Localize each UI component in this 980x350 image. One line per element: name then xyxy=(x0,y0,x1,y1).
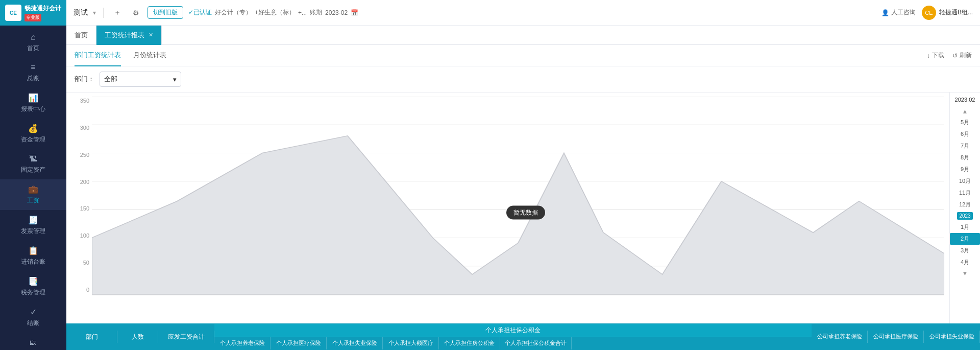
department-value: 全部 xyxy=(104,75,117,84)
col-company-pension: 公司承担养老保险 xyxy=(812,331,868,342)
filter-label: 部门： xyxy=(75,75,94,84)
help-button[interactable]: 👤 人工咨询 xyxy=(881,8,916,17)
sidebar-item-archive[interactable]: 🗂 归档管理 xyxy=(0,333,66,350)
period-label: 账期 xyxy=(310,8,322,17)
sidebar-label-salary: 工资 xyxy=(27,196,39,205)
topbar-divider-1 xyxy=(103,8,104,18)
sub-tab-monthly-label: 月份统计表 xyxy=(133,51,166,60)
refresh-icon: ↺ xyxy=(952,52,958,59)
calendar-icon[interactable]: 📅 xyxy=(351,9,358,16)
username: 轻捷通B组... xyxy=(939,8,973,17)
sub-tab-dept-label: 部门工资统计表 xyxy=(75,51,121,60)
date-month-10[interactable]: 10月 xyxy=(950,175,980,187)
archive-icon: 🗂 xyxy=(29,338,37,347)
date-month-2[interactable]: 2月 xyxy=(950,233,980,245)
year-badge-2023[interactable]: 2023 xyxy=(957,212,972,220)
settlement-icon: ✓ xyxy=(30,307,37,317)
sub-tab-actions: ↓ 下载 ↺ 刷新 xyxy=(927,51,972,60)
date-month-12[interactable]: 12月 xyxy=(950,199,980,211)
sidebar-item-salary[interactable]: 💼 工资 xyxy=(0,179,66,210)
tax-icon: 📑 xyxy=(28,276,38,286)
date-nav-down[interactable]: ▼ xyxy=(959,268,971,278)
col-group-insurance: 个人承担社保公积金 个人承担养老保险 个人承担医疗保险 个人承担失业保险 个人承… xyxy=(214,324,812,349)
tag-certified: ✓已认证 xyxy=(188,8,212,17)
tab-home-label: 首页 xyxy=(75,31,88,40)
download-icon: ↓ xyxy=(927,52,930,59)
date-month-4[interactable]: 4月 xyxy=(950,256,980,268)
settings-button[interactable]: ⚙ xyxy=(129,6,142,19)
sub-tab-monthly[interactable]: 月份统计表 xyxy=(133,45,166,66)
date-month-9[interactable]: 9月 xyxy=(950,164,980,175)
content-area: 部门工资统计表 月份统计表 ↓ 下载 ↺ 刷新 部门： 全部 ▾ xyxy=(66,45,980,350)
tab-home[interactable]: 首页 xyxy=(66,26,96,45)
topbar-right: 👤 人工咨询 CE 轻捷通B组... xyxy=(881,6,973,20)
funds-icon: 💰 xyxy=(28,124,38,133)
date-month-5[interactable]: 5月 xyxy=(950,116,980,128)
add-button[interactable]: ＋ xyxy=(111,6,124,19)
sidebar-label-ledger: 总账 xyxy=(27,74,39,83)
col-personal-total: 个人承担社保公积金合计 xyxy=(500,337,572,349)
main-content: 测试 ▾ ＋ ⚙ 切到旧版 ✓已认证 好会计（专） +好生意（标） +... 账… xyxy=(66,0,980,350)
y-label-50: 50 xyxy=(71,260,89,266)
col-personal-pension: 个人承担养老保险 xyxy=(214,337,271,349)
company-dropdown-arrow[interactable]: ▾ xyxy=(93,9,96,16)
y-label-200: 200 xyxy=(71,179,89,185)
sidebar-item-tax[interactable]: 📑 税务管理 xyxy=(0,271,66,302)
y-label-0: 0 xyxy=(71,287,89,293)
sidebar-item-ledger[interactable]: ≡ 总账 xyxy=(0,58,66,88)
date-month-8[interactable]: 8月 xyxy=(950,152,980,164)
col-company-unemployment: 公司承担失业保险 xyxy=(924,331,980,342)
sidebar-label-reports: 报表中心 xyxy=(21,105,45,113)
refresh-button[interactable]: ↺ 刷新 xyxy=(952,51,972,60)
sidebar-label-invoice: 发票管理 xyxy=(21,227,45,236)
sidebar-item-invoice[interactable]: 🧾 发票管理 xyxy=(0,210,66,241)
logo-app-name: 畅捷通好会计 xyxy=(24,4,61,13)
reports-icon: 📊 xyxy=(28,93,38,103)
refresh-label: 刷新 xyxy=(960,51,972,60)
col-company-medical: 公司承担医疗保险 xyxy=(868,331,924,342)
tab-salary-label: 工资统计报表 xyxy=(105,31,144,40)
sidebar-label-assets: 固定资产 xyxy=(21,166,45,174)
y-label-250: 250 xyxy=(71,152,89,158)
chart-svg xyxy=(92,97,944,295)
y-label-300: 300 xyxy=(71,125,89,131)
date-month-7[interactable]: 7月 xyxy=(950,140,980,152)
col-salary-total: 应发工资合计 xyxy=(158,331,214,343)
sidebar-label-purchase: 进销台账 xyxy=(21,258,45,266)
user-area[interactable]: CE 轻捷通B组... xyxy=(922,6,973,20)
logo-text-block: 畅捷通好会计 专业版 xyxy=(24,4,61,21)
sidebar-item-home[interactable]: ⌂ 首页 xyxy=(0,28,66,58)
chart-area xyxy=(92,136,944,294)
date-month-1[interactable]: 1月 xyxy=(950,221,980,233)
col-people-label: 人数 xyxy=(132,333,144,341)
date-nav-up[interactable]: ▲ xyxy=(959,106,971,116)
department-select[interactable]: 全部 ▾ xyxy=(100,72,181,87)
status-tags: ✓已认证 好会计（专） +好生意（标） +... 账期 2023-02 📅 xyxy=(188,8,358,17)
sidebar-item-funds[interactable]: 💰 资金管理 xyxy=(0,119,66,149)
download-button[interactable]: ↓ 下载 xyxy=(927,51,944,60)
sub-tab-department[interactable]: 部门工资统计表 xyxy=(75,45,121,66)
col-personal-medical: 个人承担医疗保险 xyxy=(271,337,327,349)
col-people: 人数 xyxy=(117,331,158,343)
date-month-11[interactable]: 11月 xyxy=(950,187,980,199)
help-label: 人工咨询 xyxy=(891,8,916,17)
tag-product2: +好生意（标） xyxy=(255,8,295,17)
sidebar-item-assets[interactable]: 🏗 固定资产 xyxy=(0,149,66,179)
tab-close-salary[interactable]: ✕ xyxy=(149,32,153,38)
group-header-label: 个人承担社保公积金 xyxy=(214,324,812,337)
sidebar-item-reports[interactable]: 📊 报表中心 xyxy=(0,88,66,119)
sidebar-item-purchase[interactable]: 📋 进销台账 xyxy=(0,241,66,271)
invoice-icon: 🧾 xyxy=(28,215,38,225)
date-month-6[interactable]: 6月 xyxy=(950,128,980,140)
help-icon: 👤 xyxy=(881,9,889,16)
tab-salary-report[interactable]: 工资统计报表 ✕ xyxy=(96,26,162,45)
sidebar-label-home: 首页 xyxy=(27,44,39,53)
salary-icon: 💼 xyxy=(28,184,38,194)
y-label-350: 350 xyxy=(71,98,89,104)
date-month-3[interactable]: 3月 xyxy=(950,245,980,256)
group-label: 个人承担社保公积金 xyxy=(485,326,541,334)
select-arrow-icon: ▾ xyxy=(173,76,177,83)
switch-version-button[interactable]: 切到旧版 xyxy=(148,6,183,19)
sidebar-item-settlement[interactable]: ✓ 结账 xyxy=(0,302,66,333)
sidebar-label-settlement: 结账 xyxy=(27,319,39,328)
